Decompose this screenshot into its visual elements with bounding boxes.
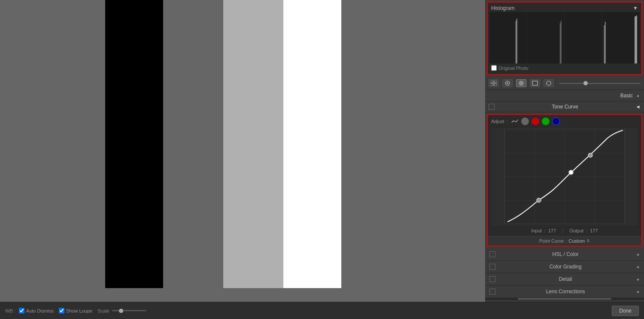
bottom-bar: WB : Auto Dismiss Show Loupe Scale Done [0, 302, 644, 319]
histogram-title: Histogram [491, 5, 515, 11]
main-area: Histogram ▼ ▲ ▲ [0, 0, 644, 302]
detail-toggle[interactable] [489, 276, 495, 282]
show-loupe-label[interactable]: Show Loupe [59, 308, 92, 313]
scale-thumb[interactable] [119, 309, 123, 313]
point-curve-value[interactable]: Custom [568, 238, 585, 244]
tone-curve-svg[interactable] [493, 129, 636, 224]
square-tool-icon[interactable] [530, 79, 540, 87]
svg-rect-15 [491, 84, 493, 86]
point-curve-row: Point Curve : Custom ⇅ [488, 236, 641, 246]
curve-squiggle-icon[interactable] [511, 118, 519, 124]
right-panel: Histogram ▼ ▲ ▲ [485, 0, 644, 302]
svg-rect-14 [494, 81, 497, 83]
tone-curve-collapse-icon: ◄ [635, 104, 641, 110]
svg-rect-16 [494, 84, 497, 86]
lens-corrections-title: Lens Corrections [546, 289, 585, 295]
wb-label: WB : [5, 308, 15, 313]
preview-strips [49, 0, 436, 288]
tool-slider-thumb[interactable] [583, 81, 588, 85]
output-colon: : [586, 228, 587, 233]
input-colon: : [544, 228, 546, 233]
circle-dot-tool-icon[interactable] [502, 79, 513, 87]
detail-section-header[interactable]: Detail ◄ [485, 273, 644, 286]
output-value: 177 [590, 228, 598, 233]
hsl-title: HSL / Color [552, 251, 579, 257]
input-label: Input [531, 228, 541, 233]
histogram-dropdown-icon[interactable]: ▼ [633, 5, 638, 11]
curve-info: Input : 177 | Output : 177 [488, 226, 641, 236]
color-grading-section-header[interactable]: Color Grading ◄ [485, 261, 644, 273]
basic-collapse-icon: ◄ [635, 93, 640, 98]
auto-dismiss-label[interactable]: Auto Dismiss [19, 308, 54, 313]
svg-point-21 [547, 81, 551, 85]
histogram-svg [489, 12, 640, 63]
input-value: 177 [548, 228, 556, 233]
green-channel-btn[interactable] [542, 117, 550, 125]
point-curve-label: Point Curve [539, 238, 564, 244]
auto-dismiss-checkbox[interactable] [19, 308, 24, 313]
point-curve-arrows[interactable]: ⇅ [586, 239, 590, 243]
adjust-row: Adjust : [488, 115, 641, 128]
tone-curve-section-header-row[interactable]: Tone Curve ◄ [485, 102, 644, 112]
lens-corrections-toggle[interactable] [489, 289, 495, 295]
curve-point-2[interactable] [569, 170, 573, 175]
point-curve-colon: : [565, 238, 567, 244]
grid-tool-icon[interactable] [489, 79, 499, 87]
auto-dismiss-text: Auto Dismiss [26, 308, 54, 313]
output-label: Output [569, 228, 583, 233]
detail-title: Detail [559, 276, 572, 282]
circle-fill-tool-icon[interactable] [516, 79, 526, 87]
hsl-toggle[interactable] [489, 251, 495, 257]
svg-point-18 [507, 82, 508, 84]
adjust-colon: : [507, 119, 508, 124]
scale-slider[interactable] [112, 310, 146, 311]
tool-slider-track[interactable] [559, 83, 641, 84]
curve-point-1[interactable] [537, 198, 541, 202]
histogram-header: Histogram ▼ [489, 4, 640, 12]
scale-label: Scale [97, 308, 109, 313]
circle-outline-tool-icon[interactable] [544, 79, 554, 87]
hsl-label: HSL / Color [552, 251, 579, 257]
rgb-channel-btn[interactable] [521, 117, 529, 125]
show-loupe-text: Show Loupe [66, 308, 92, 313]
lens-corrections-section-header[interactable]: Lens Corrections ◄ [485, 286, 644, 298]
done-button[interactable]: Done [612, 306, 639, 316]
show-loupe-checkbox[interactable] [59, 308, 64, 313]
tone-curve-panel: Adjust : [487, 114, 642, 247]
hsl-section-header[interactable]: HSL / Color ◄ [485, 248, 644, 261]
color-grading-collapse-icon: ◄ [635, 265, 640, 269]
tool-icons-row [485, 77, 644, 90]
svg-point-19 [519, 81, 524, 86]
histogram-section: Histogram ▼ ▲ ▲ [487, 2, 642, 75]
svg-rect-20 [532, 81, 538, 85]
svg-rect-13 [491, 81, 493, 83]
strip-black [105, 0, 163, 288]
detail-collapse-icon: ◄ [635, 277, 640, 282]
original-photo-checkbox[interactable] [491, 65, 497, 71]
red-channel-btn[interactable] [532, 117, 539, 125]
curve-point-3[interactable] [588, 153, 592, 157]
basic-section-header[interactable]: Basic ◄ [485, 90, 644, 102]
basic-title: Basic [620, 93, 633, 99]
histogram-footer: Original Photo [489, 63, 640, 72]
curve-canvas[interactable] [491, 128, 638, 226]
adjust-label: Adjust [491, 119, 504, 124]
hsl-collapse-icon: ◄ [635, 252, 640, 257]
blue-channel-btn[interactable] [552, 117, 560, 125]
lens-corrections-collapse-icon: ◄ [635, 289, 640, 294]
color-grading-toggle[interactable] [489, 264, 495, 270]
original-photo-label: Original Photo [498, 66, 529, 71]
preview-area [0, 0, 485, 302]
tone-curve-title: Tone Curve [552, 104, 578, 110]
tone-curve-toggle[interactable] [489, 104, 495, 110]
color-grading-title: Color Grading [550, 264, 582, 270]
histogram-canvas: ▲ ▲ [489, 12, 640, 63]
